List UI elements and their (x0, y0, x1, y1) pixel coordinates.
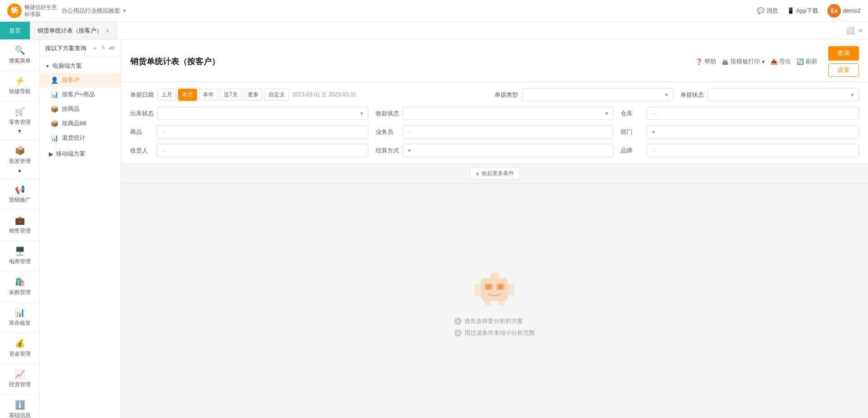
scheme-collapse-icon[interactable]: ≪ (108, 44, 115, 52)
tab-home[interactable]: 首页 (0, 22, 30, 39)
doc-status-label: 单据状态 (680, 91, 704, 99)
date-btn-7days[interactable]: 近7天 (220, 89, 242, 101)
help-button[interactable]: ❓ 帮助 (695, 57, 716, 66)
print-dropdown-icon: ▾ (762, 58, 765, 65)
main-layout: 🔍 搜索菜单 ⚡ 快捷导航 🛒 零售管理 ▼ 📦 批发管理 ▲ 📢 营销推广 💼… (0, 40, 868, 418)
purchase-icon: 🛍️ (15, 277, 25, 287)
wholesale-icon: 📦 (15, 146, 25, 156)
sidebar-item-operations-label: 经营管理 (9, 381, 31, 389)
window-close-icon[interactable]: × (859, 27, 863, 35)
export-button[interactable]: 📤 导出 (770, 57, 791, 66)
user-menu[interactable]: Ea demo2 (827, 4, 861, 18)
sidebar-item-finance[interactable]: 💰 资金管理 (0, 333, 39, 364)
scheme-item-goods[interactable]: 📦 按商品 (40, 102, 121, 116)
mobile-group-title[interactable]: ▶ 移动端方案 (40, 147, 121, 161)
out-status-label: 出库状态 (130, 109, 154, 118)
date-btn-more[interactable]: 更多 (244, 89, 263, 101)
finance-icon: 💰 (15, 338, 25, 348)
recipient-label: 收货人 (130, 147, 153, 155)
scheme-panel-header: 按以下方案查询 ＋ ✎ ≪ (40, 40, 121, 57)
collapse-button[interactable]: ∧ 收起更多条件 (470, 167, 520, 180)
app-download-button[interactable]: 📱 App下载 (787, 7, 818, 15)
date-btn-this-year[interactable]: 本年 (199, 89, 218, 101)
filter-row-4: 收货人 ··· 结算方式 ▾ 品牌 ··· (130, 144, 859, 157)
breadcrumb-text: 办公用品行业模拟账套 (61, 7, 120, 15)
sidebar-item-ecommerce[interactable]: 🖥️ 电商管理 (0, 241, 39, 271)
breadcrumb-dropdown-icon[interactable]: ▾ (123, 7, 126, 14)
recipient-select[interactable]: ··· (156, 144, 368, 157)
scheme-item-customer[interactable]: 👤 按客户 (40, 73, 121, 87)
sidebar-item-wholesale-label: 批发管理 (9, 157, 31, 165)
filter-warehouse: 仓库 ··· (621, 107, 859, 120)
sidebar-item-inventory[interactable]: 📊 库存核算 (0, 302, 39, 333)
sidebar-item-sales-label: 销售管理 (9, 227, 31, 235)
sidebar-item-retail[interactable]: 🛒 零售管理 ▼ (0, 101, 39, 140)
logo-line1: 畅捷信好生意 (24, 4, 57, 10)
filter-dept: 部门 ▾ (621, 125, 859, 138)
logo-area: 畅 畅捷信好生意 标准版 (7, 4, 57, 18)
doc-type-label: 单据类型 (495, 91, 518, 99)
scheme-item-return[interactable]: 📊 退货统计 (40, 131, 121, 145)
app-icon: 📱 (787, 7, 794, 14)
tab-close-icon[interactable]: × (106, 27, 109, 34)
dept-select[interactable]: ▾ (647, 125, 859, 138)
desktop-group-title[interactable]: ▼ 电脑端方案 (40, 59, 121, 73)
doc-status-arrow: ▾ (851, 91, 854, 98)
doc-status-select[interactable]: ▾ (708, 88, 859, 101)
help-icon: ❓ (695, 58, 703, 65)
topbar-right: 💬 消息 📱 App下载 Ea demo2 (757, 4, 861, 18)
print-button[interactable]: 🖨️ 按模板打印 ▾ (722, 57, 765, 66)
scheme-edit-icon[interactable]: ✎ (101, 44, 106, 52)
filter-brand: 品牌 ··· (621, 144, 859, 157)
date-btn-this-month[interactable]: 本月 (178, 89, 197, 101)
sidebar-item-wholesale[interactable]: 📦 批发管理 ▲ (0, 140, 39, 179)
receipt-status-select[interactable]: ▾ (403, 107, 614, 120)
sidebar-item-basic[interactable]: ℹ️ 基础信息 (0, 394, 39, 418)
message-label: 消息 (766, 7, 778, 15)
scheme-customer-goods-label: 按客户+商品 (62, 90, 95, 99)
tab-active[interactable]: 销货单统计表（按客户） × (30, 22, 117, 39)
sidebar-item-purchase[interactable]: 🛍️ 采购管理 (0, 271, 39, 302)
query-button[interactable]: 查询 (828, 46, 859, 61)
export-icon: 📤 (770, 58, 778, 65)
sidebar-item-operations[interactable]: 📈 经营管理 (0, 364, 39, 394)
settings-button[interactable]: 设置 (828, 63, 859, 77)
dept-label: 部门 (621, 128, 643, 136)
warehouse-select[interactable]: ··· (647, 107, 859, 120)
scheme-goods99-icon: 📦 (51, 120, 58, 127)
window-restore-icon[interactable]: ⬜ (846, 26, 855, 35)
message-button[interactable]: 💬 消息 (757, 7, 778, 15)
page-title-bar: 销货单统计表（按客户） ❓ 帮助 🖨️ 按模板打印 ▾ 📤 (121, 40, 868, 82)
operations-icon: 📈 (15, 369, 25, 379)
scheme-item-goods99[interactable]: 📦 按商品99 (40, 116, 121, 131)
scheme-item-customer-goods[interactable]: 📊 按客户+商品 (40, 87, 121, 102)
staff-select[interactable]: ··· (402, 125, 614, 138)
filter-row-1: 单据日期 上月 本月 本年 近7天 更多 自定义 2023-03-01 至 20… (130, 88, 859, 101)
settlement-select[interactable]: ▾ (403, 144, 614, 157)
date-btn-custom[interactable]: 自定义 (264, 89, 289, 101)
scheme-add-icon[interactable]: ＋ (92, 44, 98, 52)
filter-settlement: 结算方式 ▾ (376, 144, 614, 157)
retail-icon: 🛒 (15, 107, 25, 117)
scheme-customer-label: 按客户 (62, 76, 80, 84)
filter-doc-status: 单据状态 ▾ (680, 88, 859, 101)
brand-select[interactable]: ··· (647, 144, 859, 157)
sidebar-item-shortcut[interactable]: ⚡ 快捷导航 (0, 71, 39, 101)
page-actions: ❓ 帮助 🖨️ 按模板打印 ▾ 📤 导出 � (695, 57, 817, 66)
empty-tips: ① 请先选择要分析的方案 ② 用过滤条件来缩小分析范围 (454, 317, 535, 337)
help-label: 帮助 (704, 57, 716, 66)
filter-area: 单据日期 上月 本月 本年 近7天 更多 自定义 2023-03-01 至 20… (121, 82, 868, 164)
refresh-button[interactable]: 🔄 刷新 (797, 57, 817, 66)
wholesale-expand-icon: ▲ (17, 167, 23, 173)
sidebar-item-search[interactable]: 🔍 搜索菜单 (0, 40, 39, 71)
breadcrumb: 办公用品行业模拟账套 ▾ (61, 7, 126, 15)
out-status-select[interactable]: ▾ (157, 107, 368, 120)
empty-tip-1: ① 请先选择要分析的方案 (454, 317, 535, 325)
sidebar-item-marketing[interactable]: 📢 营销推广 (0, 179, 39, 210)
date-btn-last-month[interactable]: 上月 (157, 89, 176, 101)
date-range: 2023-03-01 至 2023-03-31 (292, 91, 356, 99)
goods-select[interactable]: ··· (156, 125, 368, 138)
sidebar-item-ecommerce-label: 电商管理 (9, 258, 31, 266)
sidebar-item-sales[interactable]: 💼 销售管理 (0, 210, 39, 241)
doc-type-select[interactable]: ▾ (522, 88, 673, 101)
